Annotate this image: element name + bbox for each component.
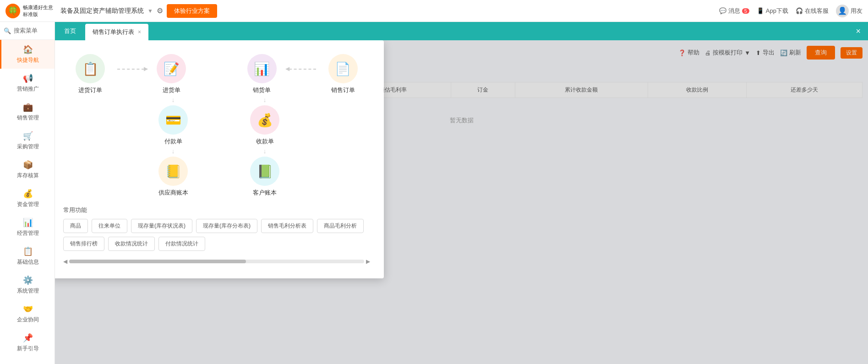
common-functions: 常用功能 商品 往来单位 现存量(库存状况表) 现存量(库存分布表) 销售毛利分…: [63, 206, 370, 251]
logo-icon: 🍀: [5, 4, 20, 18]
search-icon: 🔍: [4, 27, 11, 34]
tab-close-icon[interactable]: ×: [138, 29, 141, 35]
trial-button[interactable]: 体验行业方案: [167, 4, 217, 18]
supplier-ledger-label: 供应商账本: [158, 189, 188, 197]
cf-btn-product-margin[interactable]: 商品毛利分析: [317, 219, 364, 233]
inventory-icon: 📦: [23, 160, 33, 170]
sidebar-label-marketing: 营销推广: [17, 85, 39, 93]
basics-icon: 📋: [23, 246, 33, 256]
tab-sales-order[interactable]: 销售订单执行表 ×: [85, 24, 148, 40]
sidebar-item-basics[interactable]: 📋 基础信息: [0, 242, 55, 271]
cooperation-icon: 🤝: [23, 304, 33, 314]
sidebar-item-system[interactable]: ⚙️ 系统管理: [0, 271, 55, 299]
user-area[interactable]: 👤 用友: [836, 5, 863, 17]
sidebar-label-quick-nav: 快捷导航: [17, 56, 39, 64]
sidebar-label-finance: 资金管理: [17, 201, 39, 208]
flow-node-purchase-order[interactable]: 📋 进货订单: [63, 54, 117, 94]
message-btn[interactable]: 💬 消息 5: [719, 7, 749, 15]
sidebar-item-finance[interactable]: 💰 资金管理: [0, 184, 55, 213]
sidebar-search[interactable]: 🔍 搜索菜单: [0, 22, 55, 40]
cf-btn-partners[interactable]: 往来单位: [92, 219, 127, 233]
purchase-order-icon: 📋: [76, 54, 105, 83]
scroll-right-btn[interactable]: ▶: [366, 258, 370, 265]
sidebar-item-cooperation[interactable]: 🤝 企业协同: [0, 299, 55, 328]
purchase-bill-label: 进货单: [163, 86, 180, 94]
sidebar-label-operations: 经营管理: [17, 229, 39, 237]
flow-node-sales-order[interactable]: 📄 销售订单: [316, 54, 370, 94]
flow-diagram: 📋 进货订单 ▶: [63, 54, 370, 197]
flow-node-payment[interactable]: 💳 付款单: [146, 105, 201, 146]
common-function-buttons: 商品 往来单位 现存量(库存状况表) 现存量(库存分布表) 销售毛利分析表 商品…: [63, 219, 370, 233]
sidebar-item-inventory[interactable]: 📦 库存核算: [0, 155, 55, 184]
tab-home[interactable]: 首页: [55, 22, 85, 40]
logo-text: 畅康通好生意 标准版: [23, 4, 53, 17]
payment-icon: 💳: [158, 105, 188, 135]
scrollbar-thumb: [69, 260, 246, 263]
modal-box: 📋 进货订单 ▶: [55, 40, 384, 278]
message-label: 消息: [728, 7, 740, 15]
finance-icon: 💰: [23, 189, 33, 199]
system-title-dropdown[interactable]: ▼: [147, 8, 153, 14]
system-title: 装备及固定资产辅助管理系统: [60, 7, 144, 15]
receipt-label: 收款单: [256, 137, 274, 146]
sidebar-label-sales: 销售管理: [17, 114, 39, 122]
sidebar-label-system: 系统管理: [17, 287, 39, 295]
cf-btn-stock-dist[interactable]: 现存量(库存分布表): [196, 219, 257, 233]
operations-icon: 📊: [23, 217, 33, 228]
sales-order-label: 销售订单: [331, 86, 355, 94]
flow-node-purchase-bill[interactable]: 📝 进货单: [144, 54, 198, 94]
avatar: 👤: [836, 5, 849, 17]
purchase-bill-icon: 📝: [157, 54, 186, 83]
app-download-label: App下载: [766, 7, 788, 15]
sidebar-item-purchase[interactable]: 🛒 采购管理: [0, 126, 55, 155]
scrollbar-track[interactable]: [69, 260, 364, 263]
common-functions-title: 常用功能: [63, 206, 370, 214]
sidebar-label-cooperation: 企业协同: [17, 316, 39, 324]
sidebar: 🔍 搜索菜单 🏠 快捷导航 📢 营销推广 💼 销售管理 🛒 采购管理 📦: [0, 22, 55, 364]
customer-ledger-label: 客户账本: [253, 189, 277, 197]
page-content: ❓ 帮助 🖨 按模板打印 ▼ ⬆ 导出 🔄 刷新: [55, 40, 868, 364]
flow-node-receipt[interactable]: 💰 收款单: [237, 105, 292, 146]
window-close-btn[interactable]: ×: [848, 22, 868, 40]
sidebar-item-operations[interactable]: 📊 经营管理: [0, 213, 55, 242]
modal-overlay[interactable]: 📋 进货订单 ▶: [55, 40, 868, 364]
message-icon: 💬: [719, 7, 726, 14]
cf-btn-sales-margin[interactable]: 销售毛利分析表: [261, 219, 313, 233]
flow-node-customer-ledger[interactable]: 📗 客户账本: [237, 157, 292, 197]
sales-bill-label: 销货单: [253, 86, 271, 94]
flow-node-sales-bill[interactable]: 📊 销货单: [235, 54, 289, 94]
cf-btn-stock-status[interactable]: 现存量(库存状况表): [131, 219, 192, 233]
sidebar-item-sales[interactable]: 💼 销售管理: [0, 98, 55, 126]
flow-node-supplier-ledger[interactable]: 📒 供应商账本: [146, 157, 201, 197]
cf-btn-receipt-stats[interactable]: 收款情况统计: [108, 237, 155, 251]
phone-icon: 📱: [757, 7, 764, 14]
sidebar-label-basics: 基础信息: [17, 258, 39, 266]
newbie-icon: 📌: [23, 333, 33, 343]
tab-active-label: 销售订单执行表: [93, 28, 134, 36]
modal-scrollbar: ◀ ▶: [63, 258, 370, 265]
scroll-left-btn[interactable]: ◀: [63, 258, 67, 265]
header-right: 💬 消息 5 📱 App下载 🎧 在线客服 👤 用友: [719, 5, 863, 17]
home-icon: 🏠: [23, 44, 33, 54]
payment-label: 付款单: [164, 137, 182, 146]
cf-btn-products[interactable]: 商品: [63, 219, 88, 233]
system-icon: ⚙️: [23, 275, 33, 285]
supplier-ledger-icon: 📒: [158, 157, 188, 186]
sidebar-label-purchase: 采购管理: [17, 143, 39, 151]
logo-area: 🍀 畅康通好生意 标准版: [5, 4, 60, 18]
sidebar-item-marketing[interactable]: 📢 营销推广: [0, 69, 55, 98]
app-download-btn[interactable]: 📱 App下载: [757, 7, 788, 15]
settings-icon[interactable]: ⚙: [157, 6, 163, 15]
sidebar-label-newbie: 新手引导: [17, 345, 39, 353]
online-service-btn[interactable]: 🎧 在线客服: [796, 7, 829, 15]
cf-btn-sales-rank[interactable]: 销售排行榜: [63, 237, 104, 251]
online-service-label: 在线客服: [805, 7, 829, 15]
sidebar-item-quick-nav[interactable]: 🏠 快捷导航: [0, 40, 55, 69]
sales-bill-icon: 📊: [247, 54, 277, 83]
cf-btn-payment-stats[interactable]: 付款情况统计: [158, 237, 205, 251]
receipt-icon: 💰: [250, 105, 279, 135]
purchase-order-label: 进货订单: [78, 86, 102, 94]
content-area: 首页 销售订单执行表 × × ❓ 帮助 🖨 按: [55, 22, 868, 364]
purchase-icon: 🛒: [23, 131, 33, 141]
sidebar-item-newbie[interactable]: 📌 新手引导: [0, 328, 55, 357]
